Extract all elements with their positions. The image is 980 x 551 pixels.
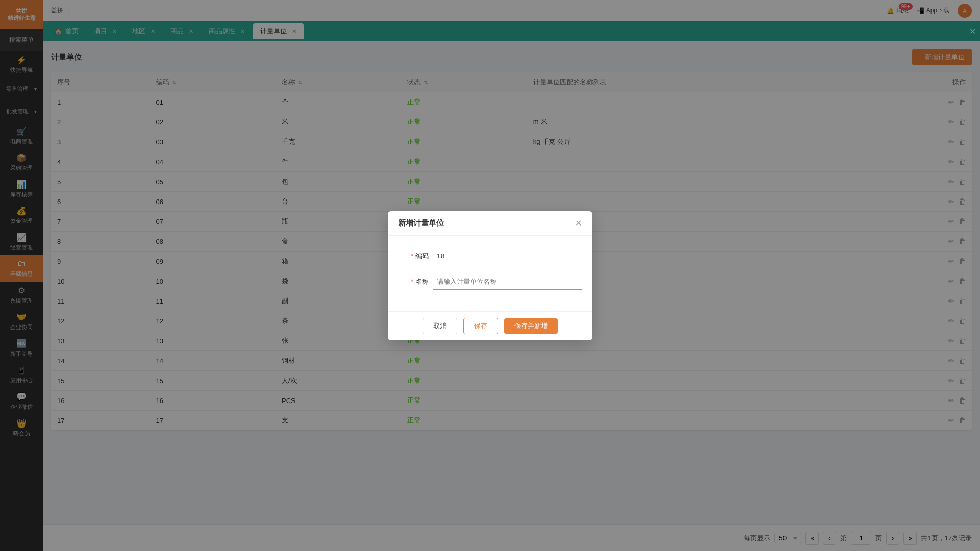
required-star: * <box>411 252 413 260</box>
modal-overlay: 新增计量单位 ✕ * 编码 * 名称 取消 保存 保存并新增 <box>0 0 980 551</box>
modal-header: 新增计量单位 ✕ <box>388 211 592 236</box>
modal-body: * 编码 * 名称 <box>388 236 592 311</box>
save-button[interactable]: 保存 <box>463 318 498 334</box>
cancel-button[interactable]: 取消 <box>423 318 457 334</box>
name-field-label: * 名称 <box>398 277 429 286</box>
form-row-code: * 编码 <box>398 248 582 264</box>
code-field-label: * 编码 <box>398 252 429 261</box>
modal-close-btn[interactable]: ✕ <box>575 218 582 228</box>
add-unit-modal: 新增计量单位 ✕ * 编码 * 名称 取消 保存 保存并新增 <box>388 211 592 340</box>
form-row-name: * 名称 <box>398 273 582 290</box>
modal-title: 新增计量单位 <box>398 218 444 228</box>
name-input[interactable] <box>433 273 582 290</box>
required-star: * <box>411 278 413 285</box>
save-and-new-button[interactable]: 保存并新增 <box>504 318 558 334</box>
modal-footer: 取消 保存 保存并新增 <box>388 311 592 340</box>
code-input[interactable] <box>433 248 582 264</box>
